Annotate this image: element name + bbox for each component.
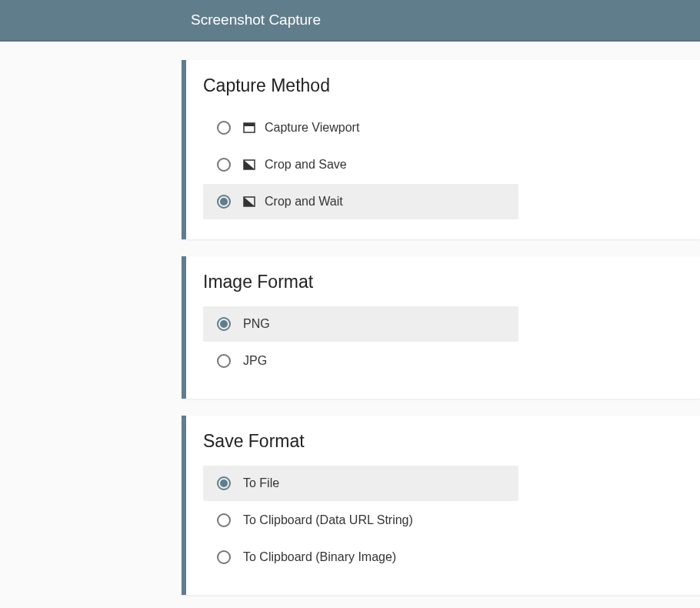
radio-icon bbox=[217, 121, 231, 135]
content-area: Capture Method Capture Viewport Crop and… bbox=[0, 42, 700, 595]
section-title: Save Format bbox=[203, 431, 682, 452]
option-crop-and-wait[interactable]: Crop and Wait bbox=[203, 184, 518, 219]
option-label: Capture Viewport bbox=[265, 121, 359, 135]
section-title: Image Format bbox=[203, 272, 682, 292]
radio-icon bbox=[217, 195, 231, 209]
radio-icon bbox=[217, 354, 231, 368]
radio-icon bbox=[217, 476, 231, 490]
svg-rect-1 bbox=[244, 123, 255, 126]
option-crop-and-save[interactable]: Crop and Save bbox=[203, 147, 518, 182]
crop-icon bbox=[243, 196, 255, 207]
option-label: Crop and Wait bbox=[265, 195, 343, 209]
crop-icon bbox=[243, 159, 255, 170]
option-label: To Clipboard (Data URL String) bbox=[243, 513, 413, 527]
section-title: Capture Method bbox=[203, 75, 682, 96]
section-image-format: Image Format PNG JPG bbox=[182, 256, 700, 399]
option-label: JPG bbox=[243, 354, 267, 368]
section-capture-method: Capture Method Capture Viewport Crop and… bbox=[182, 60, 700, 239]
option-jpg[interactable]: JPG bbox=[203, 343, 518, 379]
radio-icon bbox=[217, 550, 231, 564]
option-label: To File bbox=[243, 476, 279, 490]
radio-icon bbox=[217, 317, 231, 331]
radio-icon bbox=[217, 158, 231, 172]
option-png[interactable]: PNG bbox=[203, 306, 518, 342]
option-label: Crop and Save bbox=[265, 158, 347, 172]
radio-icon bbox=[217, 513, 231, 527]
option-to-clipboard-data-url[interactable]: To Clipboard (Data URL String) bbox=[203, 503, 518, 538]
option-to-clipboard-binary[interactable]: To Clipboard (Binary Image) bbox=[203, 540, 518, 575]
page-title: Screenshot Capture bbox=[191, 12, 321, 28]
section-save-format: Save Format To File To Clipboard (Data U… bbox=[182, 416, 700, 595]
option-to-file[interactable]: To File bbox=[203, 466, 518, 501]
option-label: PNG bbox=[243, 317, 270, 331]
viewport-icon bbox=[243, 122, 255, 133]
option-label: To Clipboard (Binary Image) bbox=[243, 550, 396, 564]
header: Screenshot Capture bbox=[0, 0, 700, 42]
option-capture-viewport[interactable]: Capture Viewport bbox=[203, 110, 518, 145]
